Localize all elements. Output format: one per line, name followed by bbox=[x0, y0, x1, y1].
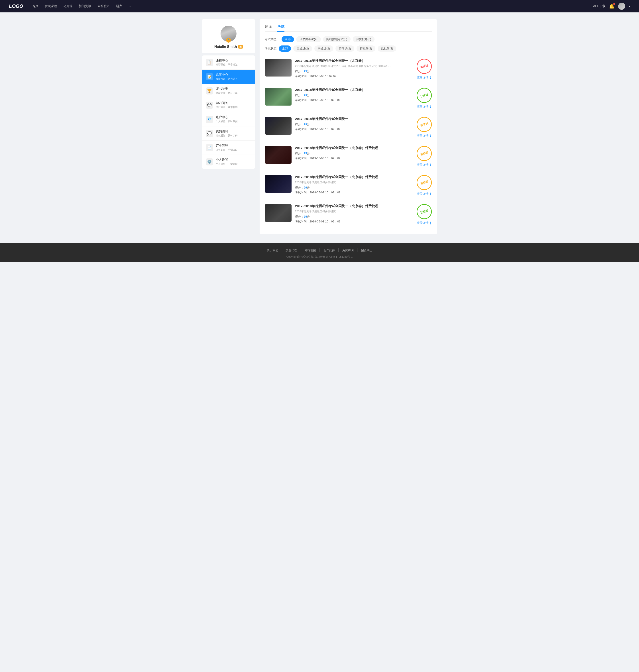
exam-detail-link-exam-4[interactable]: 查看详情 ❯ bbox=[417, 163, 432, 167]
menu-sub-orders: 订单支出、明明白白 bbox=[216, 148, 251, 151]
app-download-button[interactable]: APP下载 bbox=[593, 4, 606, 8]
sidebar-item-course-center[interactable]: 📋 课程中心 精彩课程、不容错过 bbox=[202, 55, 255, 70]
nav-link-home[interactable]: 首页 bbox=[32, 4, 38, 8]
exam-info-exam-6: 2017–2018年行测证件考试全国统一（北京卷）付费批卷 2018年行测考试是… bbox=[295, 204, 406, 224]
content-area: 题库考试 考试类型： 全部证书类考试(4)随机抽题考试(5)付费批卷(6) 考试… bbox=[260, 19, 437, 234]
menu-label-orders: 订单管理 bbox=[216, 144, 251, 148]
exam-desc-exam-6: 2018年行测考试是最值得多去研究 bbox=[295, 210, 402, 213]
navbar-right: APP下载 🔔 ▾ bbox=[593, 3, 630, 10]
footer-link-关于我们[interactable]: 关于我们 bbox=[263, 249, 282, 252]
exam-title-exam-5: 2017–2018年行测证件考试全国统一（北京卷）付费批卷 bbox=[295, 175, 406, 179]
menu-label-bank-center: 题库中心 bbox=[216, 73, 251, 77]
menu-sub-course-center: 精彩课程、不容错过 bbox=[216, 63, 251, 66]
menu-icon-settings: ⚙️ bbox=[206, 158, 213, 165]
exam-title-exam-1: 2017–2018年行测证件考试全国统一（北京卷） bbox=[295, 59, 406, 63]
status-filter-pending-review[interactable]: 待批阅(2) bbox=[357, 46, 375, 52]
profile-card: 🏅 Natalie Smith 图 bbox=[202, 19, 255, 53]
exam-actions-exam-5: 待批阅 查看详情 ❯ bbox=[409, 175, 432, 196]
exam-detail-link-exam-3[interactable]: 查看详情 ❯ bbox=[417, 134, 432, 138]
exam-info-exam-4: 2017–2018年行测证件考试全国统一（北京卷）付费批卷 得分：25分 考试时… bbox=[295, 146, 406, 160]
exam-time-exam-3: 考试时间：2019-05-03 10：09：09 bbox=[295, 127, 406, 131]
exam-detail-link-exam-5[interactable]: 查看详情 ❯ bbox=[417, 192, 432, 196]
exam-status-stamp-exam-2: 已通过 bbox=[415, 86, 433, 105]
nav-link-discover[interactable]: 发现课程 bbox=[45, 4, 57, 8]
notification-dot bbox=[613, 3, 615, 5]
exam-thumb-exam-6 bbox=[265, 204, 292, 222]
exam-list: 2017–2018年行测证件考试全国统一（北京卷） 2018年行测考试是最值得多… bbox=[265, 55, 432, 229]
exam-detail-link-exam-1[interactable]: 查看详情 ❯ bbox=[417, 76, 432, 80]
footer-link-合作伙伴[interactable]: 合作伙伴 bbox=[320, 249, 339, 252]
status-filter-passed[interactable]: 已通过(2) bbox=[293, 46, 312, 52]
sidebar-item-honor[interactable]: 🏆 证书荣誉 收获荣誉、持证上岗 bbox=[202, 84, 255, 98]
exam-detail-link-exam-6[interactable]: 查看详情 ❯ bbox=[417, 221, 432, 225]
navbar: LOGO 首页发现课程公开课新闻资讯问答社区题库··· APP下载 🔔 ▾ bbox=[0, 0, 639, 12]
footer-link-网站地图[interactable]: 网站地图 bbox=[301, 249, 320, 252]
menu-sub-bank-center: 海量习题、助力通关 bbox=[216, 77, 251, 80]
sidebar-item-settings[interactable]: ⚙️ 个人设置 个人信息、一键管理 bbox=[202, 155, 255, 169]
type-filter-random[interactable]: 随机抽题考试(5) bbox=[323, 36, 350, 42]
exam-actions-exam-3: 待考试 查看详情 ❯ bbox=[409, 117, 432, 138]
type-filter-cert[interactable]: 证书类考试(4) bbox=[296, 36, 321, 42]
sidebar-item-bank-center[interactable]: 📝 题库中心 海量习题、助力通关 bbox=[202, 70, 255, 84]
nav-link-qa[interactable]: 问答社区 bbox=[97, 4, 110, 8]
exam-info-exam-2: 2017–2018年行测证件考试全国统一（北京卷） 得分：99分 考试时间：20… bbox=[295, 88, 406, 102]
avatar-image bbox=[618, 3, 625, 10]
user-avatar[interactable] bbox=[618, 3, 625, 10]
exam-item: 2017–2018年行测证件考试全国统一（北京卷）付费批卷 得分：25分 考试时… bbox=[265, 142, 432, 171]
exam-score-exam-5: 得分：99分 bbox=[295, 186, 406, 190]
menu-icon-orders: 📄 bbox=[206, 144, 213, 151]
status-filter-reviewed[interactable]: 已批阅(2) bbox=[378, 46, 396, 52]
status-filter-pending[interactable]: 待考试(2) bbox=[336, 46, 354, 52]
exam-item: 2017–2018年行测证件考试全国统一 得分：99分 考试时间：2019-05… bbox=[265, 113, 432, 142]
profile-vip-badge: 图 bbox=[238, 45, 243, 49]
nav-link-more[interactable]: ··· bbox=[128, 4, 131, 8]
status-filter-not-passed[interactable]: 未通过(2) bbox=[314, 46, 333, 52]
tab-bank[interactable]: 题库 bbox=[265, 25, 272, 31]
type-filter-paid[interactable]: 付费批卷(6) bbox=[353, 36, 375, 42]
sidebar-item-account[interactable]: 💎 账户中心 个人权益、实时掌握 bbox=[202, 112, 255, 126]
user-menu-chevron[interactable]: ▾ bbox=[629, 5, 630, 8]
notification-bell[interactable]: 🔔 bbox=[609, 3, 614, 9]
exam-time-exam-5: 考试时间：2019-05-03 10：09：09 bbox=[295, 191, 406, 194]
nav-link-news[interactable]: 新闻资讯 bbox=[79, 4, 91, 8]
footer-copyright: Copyright© 云朵商学院 版权所有 京ICP备17051340号-1 bbox=[0, 255, 639, 259]
nav-link-opencourse[interactable]: 公开课 bbox=[63, 4, 73, 8]
sidebar-item-messages[interactable]: 💭 我的消息 消息通知、及时了解 bbox=[202, 126, 255, 141]
menu-icon-bank-center: 📝 bbox=[206, 73, 213, 80]
exam-status-stamp-exam-1: 未通过 bbox=[415, 57, 433, 76]
profile-badge-icon: 🏅 bbox=[226, 38, 231, 43]
menu-label-messages: 我的消息 bbox=[216, 129, 251, 133]
menu-label-settings: 个人设置 bbox=[216, 158, 251, 162]
exam-score-exam-2: 得分：99分 bbox=[295, 93, 406, 97]
type-filter-all[interactable]: 全部 bbox=[282, 36, 294, 42]
status-filter-all[interactable]: 全部 bbox=[279, 46, 291, 52]
sidebar-item-qa[interactable]: 💬 学习问答 课后重温、疑难解答 bbox=[202, 98, 255, 112]
footer-link-免费声明[interactable]: 免费声明 bbox=[339, 249, 357, 252]
exam-thumb-exam-1 bbox=[265, 59, 292, 77]
exam-thumb-exam-3 bbox=[265, 117, 292, 134]
nav-link-bank[interactable]: 题库 bbox=[116, 4, 122, 8]
logo[interactable]: LOGO bbox=[9, 3, 23, 9]
exam-thumb-exam-2 bbox=[265, 88, 292, 106]
tab-exam[interactable]: 考试 bbox=[277, 25, 284, 31]
footer-link-招贤纳士[interactable]: 招贤纳士 bbox=[357, 249, 376, 252]
exam-desc-exam-1: 2018年行测考试是最值得多去研究 2018年行测考试是最值得多去研究 2018… bbox=[295, 64, 402, 68]
exam-score-exam-6: 得分：25分 bbox=[295, 215, 406, 219]
exam-detail-link-exam-2[interactable]: 查看详情 ❯ bbox=[417, 105, 432, 109]
menu-sub-qa: 课后重温、疑难解答 bbox=[216, 106, 251, 109]
type-filter-label: 考试类型： bbox=[265, 37, 279, 41]
footer-link-加盟代理[interactable]: 加盟代理 bbox=[282, 249, 301, 252]
main-container: 🏅 Natalie Smith 图 📋 课程中心 精彩课程、不容错过 📝 题库中… bbox=[198, 19, 441, 234]
exam-actions-exam-2: 已通过 查看详情 ❯ bbox=[409, 88, 432, 109]
sidebar-item-orders[interactable]: 📄 订单管理 订单支出、明明白白 bbox=[202, 141, 255, 155]
exam-thumb-exam-4 bbox=[265, 146, 292, 164]
menu-sub-messages: 消息通知、及时了解 bbox=[216, 134, 251, 137]
status-filter-label: 考试状态 bbox=[265, 47, 277, 51]
exam-title-exam-2: 2017–2018年行测证件考试全国统一（北京卷） bbox=[295, 88, 406, 92]
exam-thumb-exam-5 bbox=[265, 175, 292, 193]
exam-title-exam-6: 2017–2018年行测证件考试全国统一（北京卷）付费批卷 bbox=[295, 204, 406, 208]
exam-time-exam-4: 考试时间：2019-05-03 10：09：09 bbox=[295, 156, 406, 160]
menu-icon-honor: 🏆 bbox=[206, 87, 213, 95]
content-tabs: 题库考试 bbox=[265, 25, 432, 32]
exam-score-exam-3: 得分：99分 bbox=[295, 123, 406, 126]
